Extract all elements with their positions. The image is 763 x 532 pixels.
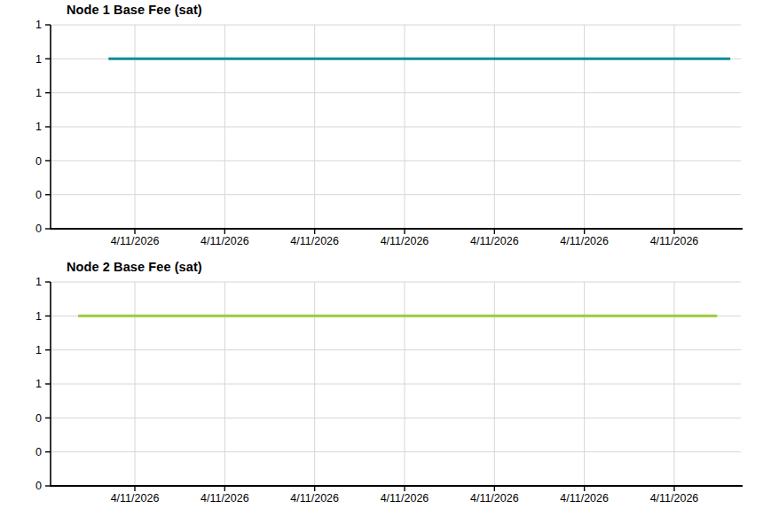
y-tick-label: 1 bbox=[35, 344, 42, 356]
x-tick-label: 4/11/2026 bbox=[201, 492, 249, 505]
x-tick-label: 4/11/2026 bbox=[111, 492, 160, 505]
y-tick-label: 0 bbox=[35, 189, 42, 201]
y-tick-label: 1 bbox=[35, 53, 42, 66]
x-tick-label: 4/11/2026 bbox=[650, 492, 699, 505]
x-tick-label: 4/11/2026 bbox=[290, 492, 339, 505]
y-tick-label: 0 bbox=[35, 480, 42, 492]
y-tick-label: 1 bbox=[35, 87, 42, 99]
page: { "page": { "background": "#ffffff" }, "… bbox=[0, 0, 763, 532]
x-tick-label: 4/11/2026 bbox=[560, 492, 609, 505]
x-tick-label: 4/11/2026 bbox=[381, 492, 429, 505]
y-tick-label: 1 bbox=[35, 121, 42, 133]
x-tick-label: 4/11/2026 bbox=[111, 235, 160, 247]
y-tick-label: 0 bbox=[35, 155, 42, 168]
x-tick-label: 4/11/2026 bbox=[560, 235, 609, 247]
y-tick-label: 0 bbox=[35, 223, 42, 235]
y-tick-label: 1 bbox=[35, 19, 42, 31]
chart-node-2-base-fee: Node 2 Base Fee (sat) 11110004/11/20264/… bbox=[0, 257, 763, 514]
x-tick-label: 4/11/2026 bbox=[470, 492, 519, 505]
y-tick-label: 0 bbox=[35, 412, 42, 425]
y-tick-label: 1 bbox=[35, 276, 42, 288]
x-tick-label: 4/11/2026 bbox=[381, 235, 429, 247]
y-tick-label: 1 bbox=[35, 378, 42, 390]
x-tick-label: 4/11/2026 bbox=[650, 235, 699, 247]
chart-plot-area: 11110004/11/20264/11/20264/11/20264/11/2… bbox=[0, 0, 763, 257]
x-tick-label: 4/11/2026 bbox=[201, 235, 249, 247]
chart-plot-area: 11110004/11/20264/11/20264/11/20264/11/2… bbox=[0, 257, 763, 514]
x-tick-label: 4/11/2026 bbox=[470, 235, 519, 247]
y-tick-label: 1 bbox=[35, 310, 42, 323]
chart-node-1-base-fee: Node 1 Base Fee (sat) 11110004/11/20264/… bbox=[0, 0, 763, 257]
y-tick-label: 0 bbox=[35, 446, 42, 458]
x-tick-label: 4/11/2026 bbox=[290, 235, 339, 247]
